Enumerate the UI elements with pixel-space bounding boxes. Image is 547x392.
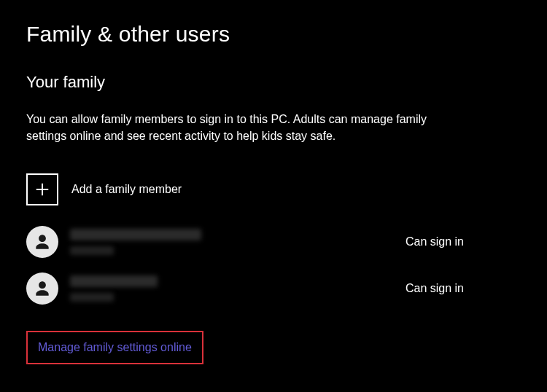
page-title: Family & other users	[26, 22, 521, 47]
family-member-name	[70, 229, 201, 240]
family-member-sublabel	[70, 246, 114, 255]
family-member-status: Can sign in	[406, 235, 493, 248]
family-member-status: Can sign in	[406, 282, 493, 295]
family-member-info	[70, 275, 394, 302]
family-member-sublabel	[70, 293, 114, 302]
section-title-your-family: Your family	[26, 73, 521, 92]
add-family-member-button[interactable]: Add a family member	[26, 173, 182, 205]
add-family-member-label: Add a family member	[71, 183, 182, 196]
section-description: You can allow family members to sign in …	[26, 111, 435, 144]
plus-icon	[26, 173, 58, 205]
family-member-name	[70, 275, 158, 287]
user-icon	[26, 226, 58, 258]
user-icon	[26, 273, 58, 305]
manage-family-settings-link[interactable]: Manage family settings online	[38, 341, 192, 353]
family-member-info	[70, 229, 394, 255]
manage-family-settings-highlight: Manage family settings online	[26, 331, 203, 364]
family-member-row[interactable]: Can sign in	[26, 273, 493, 305]
family-member-row[interactable]: Can sign in	[26, 226, 493, 258]
